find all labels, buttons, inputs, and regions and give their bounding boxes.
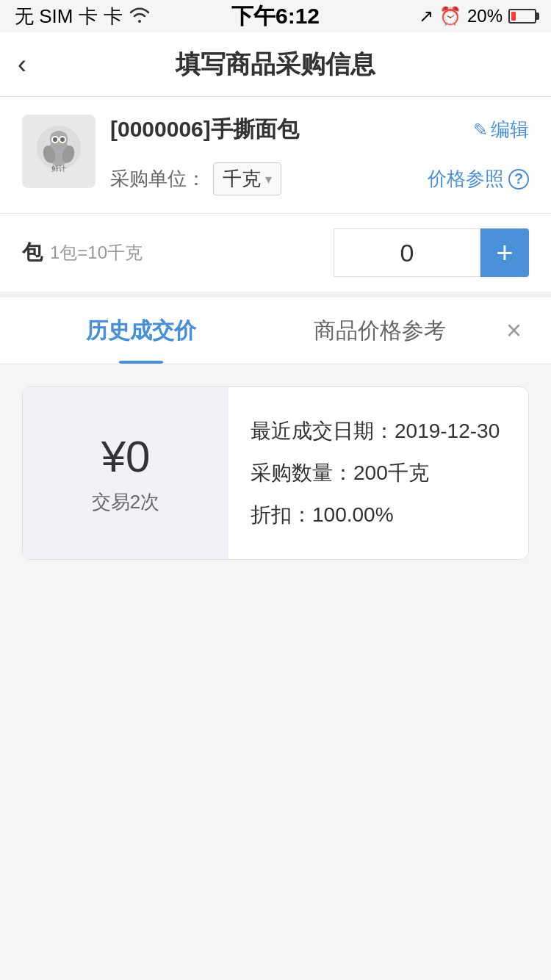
- quantity-input[interactable]: [334, 228, 480, 277]
- product-name: [0000006]手撕面包: [110, 115, 299, 145]
- status-time: 下午6:12: [231, 1, 320, 32]
- purchase-unit-label: 采购单位：: [110, 166, 206, 192]
- back-button[interactable]: ‹: [18, 49, 26, 80]
- tab-history-price[interactable]: 历史成交价: [22, 298, 260, 364]
- product-logo: 鲜计: [33, 122, 84, 181]
- purchase-unit-row: 采购单位： 千克 ▾ 价格参照 ?: [110, 162, 529, 195]
- price-reference-button[interactable]: 价格参照 ?: [428, 166, 529, 192]
- status-bar: 无 SIM 卡 卡 下午6:12 ↗ ⏰ 20%: [0, 0, 551, 32]
- discount-row: 折扣：100.00%: [251, 500, 506, 529]
- transaction-count: 交易2次: [92, 489, 159, 515]
- info-icon: ?: [508, 169, 529, 190]
- unit-arrow-icon: ▾: [265, 171, 272, 187]
- amount-value: 0: [126, 432, 150, 481]
- quantity-label: 包 1包=10千克: [22, 239, 143, 267]
- alarm-icon: ⏰: [439, 6, 461, 26]
- carrier-label: 无 SIM 卡: [15, 4, 98, 29]
- svg-text:鲜计: 鲜计: [51, 165, 66, 173]
- quantity-controls: +: [334, 228, 529, 277]
- product-name-row: [0000006]手撕面包 ✎ 编辑: [110, 115, 529, 145]
- location-icon: ↗: [419, 6, 433, 26]
- purchase-unit-left: 采购单位： 千克 ▾: [110, 162, 281, 195]
- svg-point-7: [53, 137, 57, 142]
- tab-product-price-ref[interactable]: 商品价格参考: [260, 298, 498, 364]
- tab-section: 历史成交价 商品价格参考 ×: [0, 298, 551, 364]
- nav-bar: ‹ 填写商品采购信息: [0, 32, 551, 97]
- purchase-qty-row: 采购数量：200千克: [251, 458, 506, 487]
- edit-icon: ✎: [473, 120, 488, 140]
- svg-point-8: [60, 137, 65, 142]
- unit-selector[interactable]: 千克 ▾: [213, 162, 281, 195]
- tab-close-button[interactable]: ×: [499, 308, 529, 353]
- price-card-left: ¥0 交易2次: [23, 387, 228, 559]
- battery-percent: 20%: [467, 6, 503, 26]
- tab-header: 历史成交价 商品价格参考 ×: [0, 298, 551, 364]
- recent-date-row: 最近成交日期：2019-12-30: [251, 417, 506, 445]
- quantity-plus-button[interactable]: +: [480, 228, 529, 277]
- edit-button[interactable]: ✎ 编辑: [473, 117, 529, 143]
- battery-icon: [508, 9, 536, 24]
- product-image: 鲜计: [22, 115, 96, 188]
- currency-symbol: ¥: [101, 432, 126, 481]
- page-title: 填写商品采购信息: [176, 48, 375, 82]
- quantity-row: 包 1包=10千克 +: [0, 214, 551, 298]
- package-note: 1包=10千克: [50, 241, 143, 264]
- package-badge: 包: [22, 239, 43, 267]
- product-card: 鲜计 [0000006]手撕面包 ✎ 编辑 采购单位： 千克 ▾ 价格参照: [0, 97, 551, 214]
- status-right: ↗ ⏰ 20%: [419, 6, 536, 26]
- product-info: [0000006]手撕面包 ✎ 编辑 采购单位： 千克 ▾ 价格参照 ?: [110, 115, 529, 195]
- price-card-right: 最近成交日期：2019-12-30 采购数量：200千克 折扣：100.00%: [228, 387, 528, 559]
- sim-icon: 卡: [104, 4, 123, 29]
- wifi-icon: [129, 5, 151, 28]
- price-amount: ¥0: [101, 431, 151, 482]
- price-card: ¥0 交易2次 最近成交日期：2019-12-30 采购数量：200千克 折扣：…: [22, 386, 529, 560]
- status-left: 无 SIM 卡 卡: [15, 4, 151, 29]
- price-section: ¥0 交易2次 最近成交日期：2019-12-30 采购数量：200千克 折扣：…: [0, 364, 551, 805]
